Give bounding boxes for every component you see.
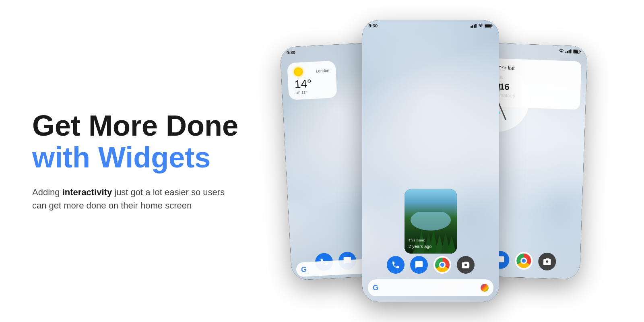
assistant-icon-center bbox=[481, 284, 489, 292]
weather-widget[interactable]: London 14° 16° 11° bbox=[287, 61, 337, 100]
phones-section: 9:30 bbox=[274, 0, 644, 322]
weather-top: London bbox=[294, 66, 330, 76]
phone-app-icon-center[interactable] bbox=[387, 256, 405, 274]
weather-city: London bbox=[316, 68, 330, 73]
memories-ago-label: 2 years ago bbox=[409, 244, 431, 249]
signal-icon-center bbox=[471, 24, 477, 28]
weather-temp: 14° bbox=[294, 76, 330, 91]
search-bar-center[interactable]: G bbox=[368, 279, 493, 296]
wifi-icon-center bbox=[478, 24, 483, 28]
subtitle: Adding interactivity just got a lot easi… bbox=[32, 186, 233, 212]
subtitle-bold: interactivity bbox=[62, 187, 112, 197]
svg-rect-5 bbox=[485, 25, 491, 27]
dock-center bbox=[362, 256, 499, 274]
phone-center-screen: 9:30 bbox=[362, 20, 499, 302]
wifi-icon-right bbox=[559, 49, 564, 53]
battery-icon-right bbox=[573, 50, 581, 54]
memories-week-label: This week bbox=[409, 238, 431, 242]
status-icons-center bbox=[471, 24, 493, 28]
chrome-ring-center bbox=[435, 258, 450, 272]
memories-forest: This week 2 years ago bbox=[405, 189, 457, 254]
sun-icon bbox=[294, 67, 303, 76]
headline-line2: with Widgets bbox=[32, 141, 211, 173]
status-time-center: 9:30 bbox=[369, 23, 378, 28]
svg-rect-16 bbox=[580, 51, 581, 52]
google-logo-left: G bbox=[301, 265, 307, 274]
chrome-inner-center bbox=[439, 262, 446, 268]
messages-app-icon-center[interactable] bbox=[410, 256, 428, 274]
status-bar-center: 9:30 bbox=[362, 20, 499, 31]
camera-app-icon-center[interactable] bbox=[457, 256, 475, 274]
chrome-inner-right bbox=[520, 258, 527, 264]
headline-line1: Get More Done bbox=[32, 109, 238, 142]
headline: Get More Done with Widgets bbox=[32, 110, 242, 173]
svg-rect-4 bbox=[492, 25, 493, 27]
status-icons-right bbox=[559, 49, 581, 54]
svg-rect-17 bbox=[573, 50, 578, 53]
chrome-ring-right bbox=[516, 253, 531, 268]
subtitle-part1: Adding bbox=[32, 187, 62, 197]
chrome-app-icon-right[interactable] bbox=[515, 252, 533, 270]
memories-widget[interactable]: This week 2 years ago bbox=[405, 189, 457, 254]
battery-icon-center bbox=[485, 24, 493, 28]
phone-center: 9:30 bbox=[362, 20, 499, 302]
camera-app-icon-right[interactable] bbox=[538, 252, 557, 271]
chrome-app-icon-center[interactable] bbox=[433, 256, 451, 274]
google-logo-center: G bbox=[373, 284, 378, 292]
memories-label: This week 2 years ago bbox=[409, 238, 431, 250]
left-section: Get More Done with Widgets Adding intera… bbox=[0, 86, 274, 236]
signal-icon-right bbox=[565, 49, 571, 54]
status-time-left: 9:30 bbox=[286, 50, 295, 55]
